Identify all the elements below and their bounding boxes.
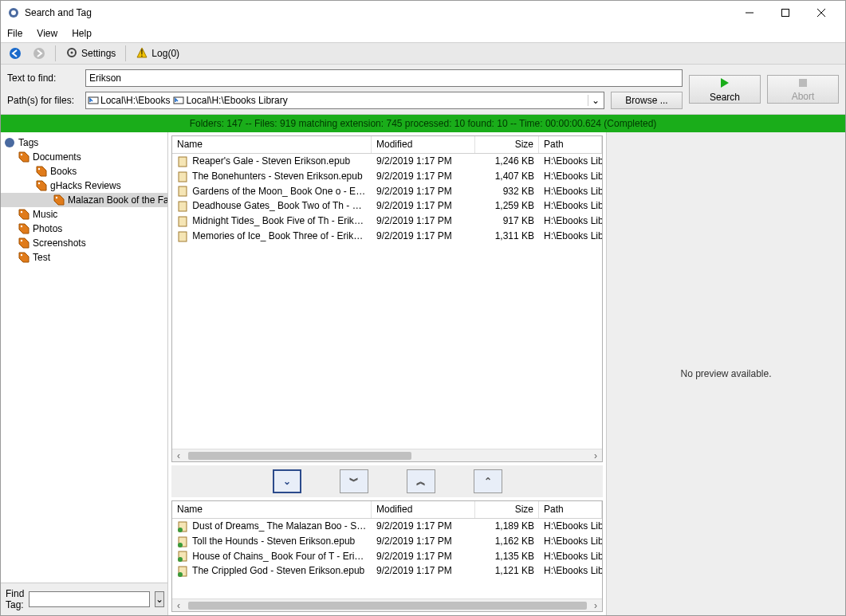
svg-point-19: [38, 182, 40, 184]
tree-node-4[interactable]: Music: [1, 207, 167, 222]
svg-point-20: [56, 197, 57, 198]
bottom-horizontal-scrollbar[interactable]: ‹›: [172, 598, 602, 611]
find-tag-label: Find Tag:: [6, 588, 24, 610]
top-horizontal-scrollbar[interactable]: ‹›: [172, 449, 602, 461]
svg-point-18: [38, 168, 40, 170]
col-head-name[interactable]: Name: [172, 501, 372, 518]
close-button[interactable]: [803, 2, 839, 24]
app-icon: [7, 6, 20, 19]
settings-label: Settings: [81, 48, 116, 59]
svg-marker-12: [721, 78, 729, 88]
svg-point-17: [21, 154, 22, 155]
tree-node-label: Documents: [33, 151, 81, 163]
menu-file[interactable]: File: [7, 28, 22, 39]
svg-rect-13: [799, 79, 807, 87]
gear-icon: [65, 46, 78, 61]
tree-node-7[interactable]: Test: [1, 250, 167, 265]
abort-button[interactable]: Abort: [767, 75, 839, 104]
svg-rect-30: [179, 232, 187, 241]
file-row[interactable]: Midnight Tides_ Book Five of Th - Erikso…: [172, 214, 602, 229]
svg-rect-27: [179, 186, 187, 196]
forward-button[interactable]: [30, 45, 49, 61]
text-to-find-input[interactable]: [85, 69, 683, 87]
search-button[interactable]: Search: [689, 75, 761, 104]
file-row[interactable]: The Bonehunters - Steven Erikson.epub9/2…: [172, 169, 602, 184]
col-head-size[interactable]: Size: [475, 501, 539, 518]
paths-dropdown-arrow[interactable]: ⌄: [588, 95, 602, 106]
maximize-button[interactable]: [767, 2, 803, 24]
paths-label: Path(s) for files:: [7, 95, 79, 106]
svg-text:!: !: [141, 48, 144, 59]
tree-node-5[interactable]: Photos: [1, 222, 167, 236]
tag-tree: Tags DocumentsBooksgHacks ReviewsMalazan…: [1, 132, 167, 583]
file-row[interactable]: Gardens of the Moon_ Book One o - Erikso…: [172, 184, 602, 199]
tree-root-tags[interactable]: Tags: [1, 135, 167, 150]
menu-view[interactable]: View: [37, 28, 57, 39]
list-header: Name Modified Size Path: [172, 501, 602, 519]
col-head-path[interactable]: Path: [539, 501, 602, 518]
tag-icon: [36, 180, 47, 191]
paths-input[interactable]: Local\H:\Ebooks Local\H:\Ebooks Library …: [85, 92, 604, 109]
file-row[interactable]: House of Chains_ Book Four of T - Erikso…: [172, 549, 602, 564]
move-down-button[interactable]: ⌄: [273, 469, 301, 493]
tree-node-3[interactable]: Malazan Book of the Falle: [1, 193, 167, 207]
log-button[interactable]: ! Log(0): [132, 45, 183, 63]
move-up-all-button[interactable]: ︽: [407, 469, 435, 493]
sidebar: Tags DocumentsBooksgHacks ReviewsMalazan…: [1, 132, 168, 615]
chevron-up-icon: ⌃: [484, 476, 492, 487]
tree-node-2[interactable]: gHacks Reviews: [1, 179, 167, 193]
file-row[interactable]: Deadhouse Gates_ Book Two of Th - Erikso…: [172, 198, 602, 214]
chevron-down-icon: ⌄: [283, 476, 291, 487]
settings-button[interactable]: Settings: [62, 45, 119, 63]
find-tag-bar: Find Tag: ⌄: [1, 583, 167, 615]
epub-file-icon: [177, 521, 188, 532]
tree-node-label: Test: [33, 252, 50, 263]
search-form: Text to find: Search Abort Path(s) for f…: [1, 65, 845, 115]
file-row[interactable]: Dust of Dreams_ The Malazan Boo - Steven…: [172, 519, 602, 534]
move-up-button[interactable]: ⌃: [474, 469, 502, 493]
col-head-modified[interactable]: Modified: [372, 136, 475, 153]
path-chip-1: Local\H:\Ebooks Library: [173, 94, 287, 108]
stop-icon: [797, 77, 809, 91]
svg-rect-29: [179, 217, 187, 226]
col-head-size[interactable]: Size: [475, 136, 539, 153]
epub-file-icon: [177, 566, 188, 577]
preview-pane: No preview available.: [607, 132, 845, 615]
path-chip-0: Local\H:\Ebooks: [88, 94, 170, 108]
col-head-name[interactable]: Name: [172, 136, 372, 153]
back-button[interactable]: [6, 45, 25, 61]
svg-point-38: [178, 572, 183, 577]
text-to-find-label: Text to find:: [7, 73, 79, 84]
tree-node-label: Music: [33, 209, 57, 220]
svg-point-36: [178, 557, 183, 562]
file-row[interactable]: The Crippled God - Steven Erikson.epub9/…: [172, 563, 602, 579]
svg-point-9: [71, 51, 73, 53]
epub-file-icon: [177, 551, 188, 562]
browse-button[interactable]: Browse ...: [611, 92, 683, 109]
window-title: Search and Tag: [25, 7, 731, 18]
move-buttons: ⌄ ︾ ︽ ⌃: [171, 465, 603, 497]
svg-point-6: [10, 48, 21, 59]
tree-node-label: Photos: [33, 223, 62, 234]
file-row[interactable]: Memories of Ice_ Book Three of - Erikson…: [172, 229, 602, 244]
move-down-all-button[interactable]: ︾: [340, 469, 368, 493]
tags-icon: [4, 137, 15, 148]
find-tag-input[interactable]: [29, 591, 150, 607]
folder-shortcut-icon: [173, 94, 184, 108]
col-head-modified[interactable]: Modified: [372, 501, 475, 518]
menu-help[interactable]: Help: [72, 28, 92, 39]
svg-point-22: [21, 226, 22, 227]
abort-button-label: Abort: [792, 91, 815, 102]
tree-node-label: Books: [50, 166, 77, 177]
file-row[interactable]: Toll the Hounds - Steven Erikson.epub9/2…: [172, 534, 602, 549]
file-row[interactable]: Reaper's Gale - Steven Erikson.epub9/2/2…: [172, 154, 602, 169]
tree-node-0[interactable]: Documents: [1, 150, 167, 164]
find-tag-dropdown[interactable]: ⌄: [155, 591, 164, 607]
tree-node-6[interactable]: Screenshots: [1, 236, 167, 250]
tree-node-1[interactable]: Books: [1, 164, 167, 179]
svg-point-24: [21, 254, 22, 256]
minimize-button[interactable]: [731, 2, 767, 24]
col-head-path[interactable]: Path: [539, 136, 602, 153]
toolbar: Settings ! Log(0): [1, 42, 845, 65]
epub-file-icon: [177, 171, 188, 182]
